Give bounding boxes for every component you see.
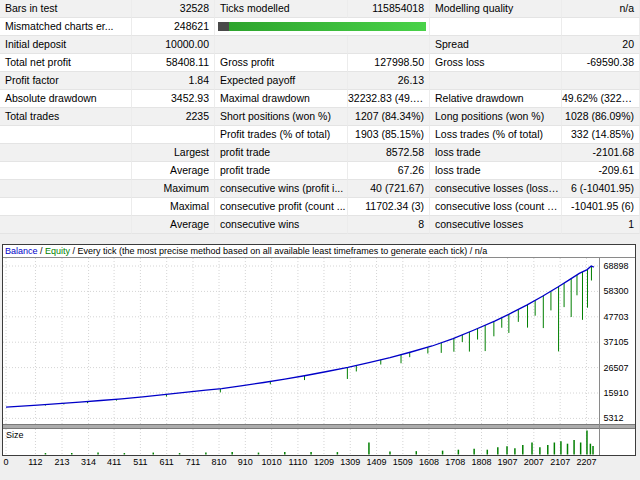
balance-legend-label: Balance bbox=[5, 246, 38, 256]
report-value: Largest bbox=[132, 144, 215, 162]
report-value bbox=[348, 36, 430, 54]
x-axis-label: 213 bbox=[55, 457, 70, 467]
report-label: consecutive losses bbox=[430, 216, 562, 234]
report-value: Average bbox=[132, 216, 215, 234]
report-value: 32232.83 (49.6... bbox=[348, 90, 430, 108]
size-panel-label: Size bbox=[6, 430, 24, 440]
report-label bbox=[0, 126, 132, 144]
x-axis-label: 1010 bbox=[262, 457, 282, 467]
x-axis-label: 411 bbox=[107, 457, 121, 467]
report-value: 26.13 bbox=[348, 72, 430, 90]
y-axis-label: 37105 bbox=[604, 337, 629, 347]
report-label bbox=[430, 72, 562, 90]
report-value: 115854018 bbox=[348, 0, 430, 18]
quality-bar-lead bbox=[218, 22, 229, 31]
x-axis-label: 1509 bbox=[393, 457, 413, 467]
report-label: Gross profit bbox=[215, 54, 348, 72]
report-value: n/a bbox=[562, 0, 640, 18]
report-label bbox=[215, 36, 348, 54]
report-row: Profit factor1.84Expected payoff26.13 bbox=[0, 72, 640, 90]
report-value: -10401.95 (6) bbox=[562, 198, 640, 216]
report-label: Long positions (won %) bbox=[430, 108, 562, 126]
graph-title: Balance / Equity / Every tick (the most … bbox=[5, 246, 487, 256]
report-label: Short positions (won %) bbox=[215, 108, 348, 126]
report-row: Mismatched charts er...248621 bbox=[0, 18, 640, 36]
report-label: Gross loss bbox=[430, 54, 562, 72]
x-axis-label: 1708 bbox=[445, 457, 465, 467]
report-value: 20 bbox=[562, 36, 640, 54]
report-row: Absolute drawdown3452.93Maximal drawdown… bbox=[0, 90, 640, 108]
x-axis-label: 910 bbox=[238, 457, 253, 467]
y-axis-label: 58300 bbox=[604, 286, 629, 296]
x-axis-label: 810 bbox=[212, 457, 227, 467]
report-value: 3452.93 bbox=[132, 90, 215, 108]
report-value: 1028 (86.09%) bbox=[562, 108, 640, 126]
report-row: Bars in test32528Ticks modelled115854018… bbox=[0, 0, 640, 18]
report-label: Mismatched charts er... bbox=[0, 18, 132, 36]
report-label: Ticks modelled bbox=[215, 0, 348, 18]
x-axis-label: 2107 bbox=[550, 457, 570, 467]
report-value: Average bbox=[132, 162, 215, 180]
x-axis-label: 1409 bbox=[367, 457, 387, 467]
report-label: Bars in test bbox=[0, 0, 132, 18]
report-label: consecutive wins (profit i... bbox=[215, 180, 348, 198]
x-axis-label: 1808 bbox=[471, 457, 491, 467]
report-value bbox=[132, 126, 215, 144]
report-value: 127998.50 bbox=[348, 54, 430, 72]
report-label: loss trade bbox=[430, 162, 562, 180]
y-axis-label: 47703 bbox=[604, 312, 629, 322]
graph-title-text: / Every tick (the most precise method ba… bbox=[70, 246, 487, 256]
report-label: profit trade bbox=[215, 162, 348, 180]
y-axis-label: 15910 bbox=[604, 388, 629, 398]
report-label bbox=[430, 18, 562, 36]
report-label: consecutive wins bbox=[215, 216, 348, 234]
report-value: Maximal bbox=[132, 198, 215, 216]
report-value: -2101.68 bbox=[562, 144, 640, 162]
report-label: Profit factor bbox=[0, 72, 132, 90]
report-row: Maximumconsecutive wins (profit i...40 (… bbox=[0, 180, 640, 198]
y-axis-label: 5312 bbox=[604, 413, 624, 423]
report-value: 8 bbox=[348, 216, 430, 234]
report-label: loss trade bbox=[430, 144, 562, 162]
report-label: Profit trades (% of total) bbox=[215, 126, 348, 144]
report-label: Expected payoff bbox=[215, 72, 348, 90]
report-value: 248621 bbox=[132, 18, 215, 36]
report-label: Maximal drawdown bbox=[215, 90, 348, 108]
x-axis-label: 1110 bbox=[289, 457, 308, 467]
report-value: 49.62% (32232... bbox=[562, 90, 640, 108]
x-axis-label: 2207 bbox=[576, 457, 596, 467]
report-value: -69590.38 bbox=[562, 54, 640, 72]
report-label: consecutive loss (count o... bbox=[430, 198, 562, 216]
report-label bbox=[0, 216, 132, 234]
report-label bbox=[0, 144, 132, 162]
report-value: 1.84 bbox=[132, 72, 215, 90]
report-value: 10000.00 bbox=[132, 36, 215, 54]
report-label: Initial deposit bbox=[0, 36, 132, 54]
report-value: Maximum bbox=[132, 180, 215, 198]
report-value: 2235 bbox=[132, 108, 215, 126]
report-label bbox=[0, 180, 132, 198]
report-value: 32528 bbox=[132, 0, 215, 18]
report-label: consecutive losses (loss i... bbox=[430, 180, 562, 198]
report-value: 67.26 bbox=[348, 162, 430, 180]
report-label: Loss trades (% of total) bbox=[430, 126, 562, 144]
report-value: 40 (721.67) bbox=[348, 180, 430, 198]
report-value: 11702.34 (3) bbox=[348, 198, 430, 216]
x-axis-label: 0 bbox=[3, 457, 8, 467]
report-label: Total net profit bbox=[0, 54, 132, 72]
report-value: 58408.11 bbox=[132, 54, 215, 72]
report-value bbox=[562, 18, 640, 36]
x-axis-label: 2007 bbox=[524, 457, 544, 467]
report-row: Total trades2235Short positions (won %)1… bbox=[0, 108, 640, 126]
x-axis-label: 611 bbox=[160, 457, 174, 467]
y-axis-label: 68898 bbox=[604, 261, 629, 271]
report-table: Bars in test32528Ticks modelled115854018… bbox=[0, 0, 640, 234]
report-label: Modelling quality bbox=[430, 0, 562, 18]
graph-section: 0112213314411511611711810910101011101209… bbox=[0, 234, 640, 480]
report-label: consecutive profit (count ... bbox=[215, 198, 348, 216]
x-axis-label: 711 bbox=[186, 457, 200, 467]
graph-title-text: / bbox=[38, 246, 46, 256]
report-row: Total net profit58408.11Gross profit1279… bbox=[0, 54, 640, 72]
report-value: 1903 (85.15%) bbox=[348, 126, 430, 144]
report-label: Absolute drawdown bbox=[0, 90, 132, 108]
